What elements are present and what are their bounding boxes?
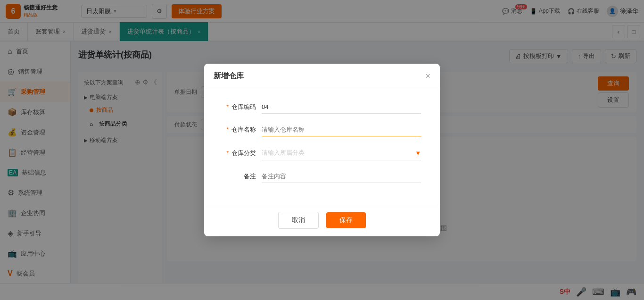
name-required-mark: * bbox=[226, 126, 229, 133]
name-input[interactable] bbox=[262, 123, 421, 136]
category-label-text: 仓库分类 bbox=[231, 150, 256, 157]
modal-body: * 仓库编码 * 仓库名称 * 仓库分类 请输入所属 bbox=[204, 89, 440, 204]
form-row-note: 备注 bbox=[223, 170, 421, 183]
note-label: 备注 bbox=[223, 172, 256, 181]
code-required-mark: * bbox=[226, 103, 229, 110]
note-input[interactable] bbox=[262, 170, 421, 183]
category-select[interactable]: 请输入所属分类 ▼ bbox=[262, 146, 421, 160]
form-row-name: * 仓库名称 bbox=[223, 123, 421, 136]
name-label: * 仓库名称 bbox=[223, 125, 256, 134]
modal-header: 新增仓库 × bbox=[204, 64, 440, 89]
modal-title: 新增仓库 bbox=[214, 71, 244, 81]
add-warehouse-modal: 新增仓库 × * 仓库编码 * 仓库名称 bbox=[204, 64, 440, 236]
category-label: * 仓库分类 bbox=[223, 149, 256, 158]
form-row-code: * 仓库编码 bbox=[223, 100, 421, 114]
category-required-mark: * bbox=[226, 150, 229, 157]
category-placeholder: 请输入所属分类 bbox=[262, 149, 305, 157]
category-dropdown-arrow: ▼ bbox=[415, 150, 421, 157]
modal-close-button[interactable]: × bbox=[425, 71, 430, 81]
cancel-button[interactable]: 取消 bbox=[278, 212, 319, 229]
code-label: * 仓库编码 bbox=[223, 103, 256, 111]
code-label-text: 仓库编码 bbox=[231, 103, 256, 110]
modal-footer: 取消 保存 bbox=[204, 204, 440, 236]
code-input[interactable] bbox=[262, 100, 421, 114]
form-row-category: * 仓库分类 请输入所属分类 ▼ bbox=[223, 146, 421, 160]
save-button[interactable]: 保存 bbox=[326, 212, 366, 228]
modal-overlay[interactable]: 新增仓库 × * 仓库编码 * 仓库名称 bbox=[0, 0, 644, 300]
name-label-text: 仓库名称 bbox=[231, 126, 256, 133]
note-label-text: 备注 bbox=[244, 173, 256, 180]
